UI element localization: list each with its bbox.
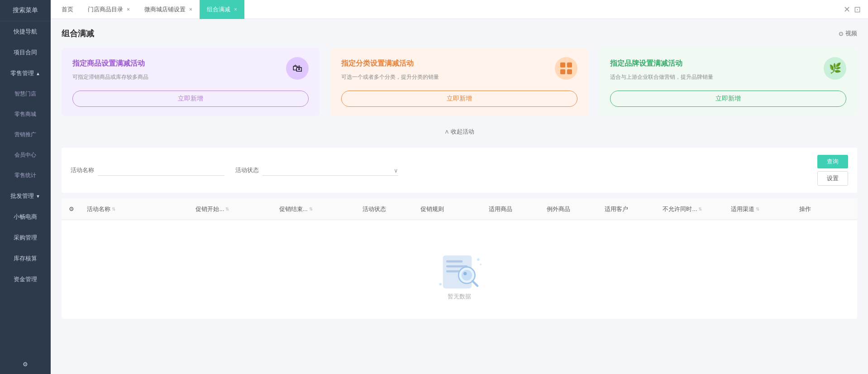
sidebar-item-xiaochu-ecom[interactable]: 小畅电商	[0, 206, 51, 227]
promo-card-category: 指定分类设置满减活动 可选一个或者多个分类，提升分类的销量 立即新增	[330, 48, 588, 116]
sort-nosimul-icon[interactable]: ⇅	[698, 206, 702, 211]
promo-card-brand-desc: 适合与上游企业联合做营销，提升品牌销量	[610, 73, 846, 82]
svg-point-14	[439, 283, 441, 285]
promo-card-brand: 指定品牌设置满减活动 🌿 适合与上游企业联合做营销，提升品牌销量 立即新增	[599, 48, 857, 116]
filter-status-wrapper: ∨	[262, 165, 398, 176]
svg-point-12	[477, 259, 479, 261]
filter-buttons: 查询 设置	[817, 155, 848, 186]
filter-name-label: 活动名称	[71, 166, 94, 174]
sidebar-settings-btn[interactable]: ⚙	[0, 355, 51, 374]
maximize-window-icon[interactable]: ⊡	[854, 5, 861, 14]
tab-wechat-settings[interactable]: 微商城店铺设置 ×	[137, 0, 200, 19]
tab-combo-discount[interactable]: 组合满减 ×	[200, 0, 244, 19]
th-goods: 适用商品	[485, 200, 543, 219]
sidebar-item-inventory-check[interactable]: 库存核算	[0, 248, 51, 269]
th-start: 促销开始... ⇅	[192, 200, 275, 219]
promo-card-brand-icon: 🌿	[824, 57, 846, 80]
promo-card-brand-title: 指定品牌设置满减活动	[610, 59, 846, 68]
svg-rect-3	[567, 69, 572, 74]
sidebar-item-member-center[interactable]: 会员中心	[0, 145, 51, 165]
th-rule: 促销规则	[417, 200, 485, 219]
th-op: 操作	[796, 200, 854, 219]
sidebar-item-project-contract[interactable]: 项目合同	[0, 42, 51, 63]
svg-point-11	[463, 272, 467, 275]
empty-state: 暂无数据	[62, 220, 857, 319]
sort-start-icon[interactable]: ⇅	[225, 206, 229, 211]
svg-rect-0	[560, 62, 565, 67]
content-area: 组合满减 ⊙ 视频 指定商品设置满减活动 🛍 可指定滞销商品或库存较多商品 立即…	[51, 19, 868, 374]
th-except: 例外商品	[543, 200, 601, 219]
filter-row: 活动名称 活动状态 ∨ 查询 设置	[62, 148, 857, 193]
sidebar-item-smart-store[interactable]: 智慧门店	[0, 84, 51, 104]
svg-rect-5	[446, 260, 463, 263]
th-status: 活动状态	[359, 200, 417, 219]
tab-bar: 首页 门店商品目录 × 微商城店铺设置 × 组合满减 × ✕ ⊡	[51, 0, 868, 19]
th-channel: 适用渠道 ⇅	[727, 200, 796, 219]
filter-status-label: 活动状态	[235, 166, 259, 174]
collapse-bar[interactable]: ∧ 收起活动	[62, 123, 857, 140]
video-link[interactable]: ⊙ 视频	[839, 29, 857, 38]
filter-name-item: 活动名称	[71, 165, 224, 176]
th-customer: 适用客户	[601, 200, 659, 219]
gear-table-icon: ⚙	[69, 206, 74, 212]
sidebar-item-marketing[interactable]: 营销推广	[0, 125, 51, 145]
promo-card-goods-desc: 可指定滞销商品或库存较多商品	[72, 73, 309, 82]
svg-rect-2	[560, 69, 565, 74]
tab-store-catalog-close[interactable]: ×	[127, 6, 130, 13]
promo-card-brand-btn[interactable]: 立即新增	[610, 91, 846, 107]
promo-cards: 指定商品设置满减活动 🛍 可指定滞销商品或库存较多商品 立即新增 指定分类设置满…	[62, 48, 857, 116]
promo-card-goods-icon: 🛍	[286, 57, 309, 80]
close-window-icon[interactable]: ✕	[844, 5, 850, 14]
table-wrap: ⚙ 活动名称 ⇅ 促销开始... ⇅ 促销结束... ⇅ 活动状态	[62, 198, 857, 319]
svg-rect-1	[567, 62, 572, 67]
tab-combo-discount-close[interactable]: ×	[234, 6, 237, 13]
svg-point-9	[462, 270, 472, 281]
th-no-simul: 不允许同时... ⇅	[659, 200, 727, 219]
sidebar-item-retail-mall[interactable]: 零售商城	[0, 104, 51, 125]
tab-wechat-settings-close[interactable]: ×	[189, 6, 192, 13]
page-header: 组合满减 ⊙ 视频	[62, 28, 857, 39]
table-header: ⚙ 活动名称 ⇅ 促销开始... ⇅ 促销结束... ⇅ 活动状态	[62, 198, 857, 220]
promo-card-category-btn[interactable]: 立即新增	[341, 91, 577, 107]
promo-card-goods-btn[interactable]: 立即新增	[72, 91, 309, 107]
empty-illustration	[434, 247, 484, 292]
promo-card-goods-title: 指定商品设置满减活动	[72, 59, 309, 68]
th-end: 促销结束... ⇅	[276, 200, 359, 219]
svg-line-10	[472, 281, 477, 286]
filter-name-input[interactable]	[98, 165, 224, 176]
sidebar: 搜索菜单 快捷导航 项目合同 零售管理 ▲ 智慧门店 零售商城 营销推广 会员中…	[0, 0, 51, 374]
promo-card-goods: 指定商品设置满减活动 🛍 可指定滞销商品或库存较多商品 立即新增	[62, 48, 320, 116]
retail-expand-arrow: ▲	[36, 71, 40, 76]
filter-status-input[interactable]	[262, 165, 398, 176]
query-button[interactable]: 查询	[817, 155, 848, 168]
promo-card-category-title: 指定分类设置满减活动	[341, 59, 577, 68]
sidebar-item-capital-mgmt[interactable]: 资金管理	[0, 269, 51, 290]
sidebar-item-wholesale-mgmt[interactable]: 批发管理 ▼	[0, 186, 51, 206]
wholesale-expand-arrow: ▼	[36, 194, 40, 199]
sidebar-item-retail-stats[interactable]: 零售统计	[0, 165, 51, 186]
promo-card-category-desc: 可选一个或者多个分类，提升分类的销量	[341, 73, 577, 82]
sidebar-item-purchase-mgmt[interactable]: 采购管理	[0, 227, 51, 248]
promo-card-category-icon	[555, 57, 577, 80]
sidebar-item-retail-mgmt[interactable]: 零售管理 ▲	[0, 63, 51, 84]
th-gear[interactable]: ⚙	[65, 200, 83, 218]
sidebar-item-quick-nav[interactable]: 快捷导航	[0, 21, 51, 42]
svg-point-13	[480, 264, 482, 266]
sidebar-search[interactable]: 搜索菜单	[0, 0, 51, 21]
th-name: 活动名称 ⇅	[83, 200, 192, 219]
empty-text: 暂无数据	[448, 292, 471, 301]
sort-name-icon[interactable]: ⇅	[112, 206, 115, 211]
gear-icon: ⚙	[23, 361, 28, 368]
window-controls: ✕ ⊡	[844, 5, 864, 14]
chevron-up-icon: ∧	[444, 128, 449, 135]
tab-store-catalog[interactable]: 门店商品目录 ×	[81, 0, 137, 19]
main-area: 首页 门店商品目录 × 微商城店铺设置 × 组合满减 × ✕ ⊡ 组合满减 ⊙ …	[51, 0, 868, 374]
filter-status-item: 活动状态 ∨	[235, 165, 398, 176]
sort-end-icon[interactable]: ⇅	[309, 206, 313, 211]
tab-home[interactable]: 首页	[54, 0, 81, 19]
page-title: 组合满减	[62, 28, 94, 39]
play-circle-icon: ⊙	[839, 30, 844, 37]
setting-button[interactable]: 设置	[817, 171, 848, 186]
sort-channel-icon[interactable]: ⇅	[756, 206, 759, 211]
